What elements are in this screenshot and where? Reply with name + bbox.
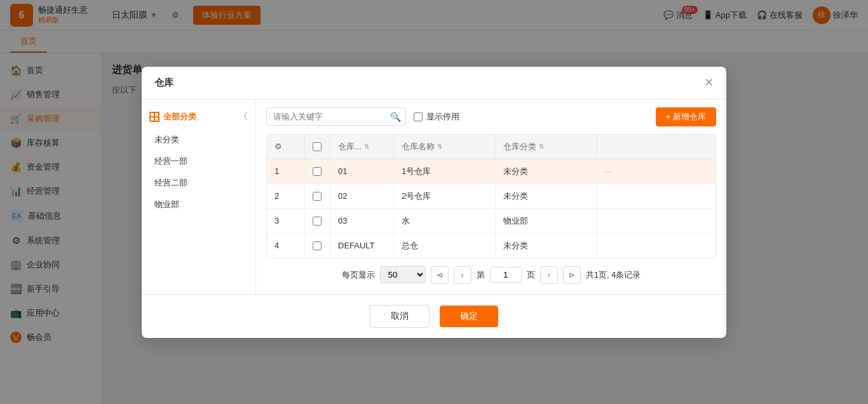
table-row[interactable]: 2 02 2号仓库 未分类	[267, 184, 715, 209]
row4-actions	[597, 234, 715, 258]
row2-actions	[597, 184, 715, 208]
modal-footer: 取消 确定	[142, 294, 726, 338]
next-page-btn[interactable]: ›	[540, 266, 558, 284]
row1-more-icon[interactable]: ···	[605, 166, 612, 176]
row2-category: 未分类	[496, 184, 597, 208]
col-extra	[597, 135, 715, 159]
row3-code: 03	[330, 209, 394, 233]
name-sort-icon[interactable]: ⇅	[437, 143, 442, 150]
row1-actions: ···	[597, 159, 715, 184]
confirm-button[interactable]: 确定	[440, 306, 498, 327]
row1-num: 1	[267, 159, 305, 184]
row1-checkbox	[305, 159, 330, 184]
category-sidebar: 全部分类 《 未分类 经营一部 经营二部 物业部	[142, 100, 256, 294]
code-sort-icon[interactable]: ⇅	[364, 143, 369, 150]
row3-select[interactable]	[313, 217, 322, 226]
row3-num: 3	[267, 209, 305, 233]
warehouse-modal: 仓库 ✕ 全部分类 《 未分类 经营一部 经营二部 物业部	[142, 67, 726, 338]
modal-overlay[interactable]: 仓库 ✕ 全部分类 《 未分类 经营一部 经营二部 物业部	[0, 0, 868, 404]
show-disabled-checkbox[interactable]	[414, 112, 423, 121]
category-item-ops1[interactable]: 经营一部	[142, 151, 255, 172]
all-category-label: 全部分类	[163, 111, 196, 123]
row2-checkbox	[305, 184, 330, 208]
category-col-label: 仓库分类	[503, 141, 536, 152]
search-icon[interactable]: 🔍	[390, 112, 401, 122]
col-checkbox	[305, 135, 330, 159]
add-warehouse-button[interactable]: + 新增仓库	[656, 107, 716, 126]
last-page-btn[interactable]: ⊳	[563, 266, 581, 284]
modal-body: 全部分类 《 未分类 经营一部 经营二部 物业部 🔍	[142, 100, 726, 294]
category-header: 全部分类 《	[142, 107, 255, 129]
row2-name: 2号仓库	[394, 184, 496, 208]
col-category: 仓库分类 ⇅	[496, 135, 597, 159]
table-row[interactable]: 3 03 水 物业部	[267, 209, 715, 234]
show-disabled-text: 显示停用	[426, 111, 459, 123]
modal-title: 仓库	[154, 77, 173, 89]
settings-col-icon: ⚙	[275, 142, 282, 151]
code-col-label: 仓库...	[338, 141, 362, 152]
row4-category: 未分类	[496, 234, 597, 258]
col-name: 仓库名称 ⇅	[394, 135, 496, 159]
row3-category: 物业部	[496, 209, 597, 233]
row1-code: 01	[330, 159, 394, 184]
page-input[interactable]	[490, 267, 522, 283]
first-page-btn[interactable]: ⊲	[431, 266, 449, 284]
all-category-btn[interactable]: 全部分类	[149, 111, 196, 123]
cancel-button[interactable]: 取消	[370, 305, 430, 328]
name-col-label: 仓库名称	[402, 141, 435, 152]
category-item-uncat[interactable]: 未分类	[142, 129, 255, 151]
modal-close-button[interactable]: ✕	[704, 77, 714, 88]
category-sort-icon[interactable]: ⇅	[539, 143, 544, 150]
category-item-ops2[interactable]: 经营二部	[142, 172, 255, 194]
row3-checkbox	[305, 209, 330, 233]
per-page-label: 每页显示	[342, 269, 375, 281]
select-all-checkbox[interactable]	[313, 142, 322, 151]
col-code: 仓库... ⇅	[330, 135, 394, 159]
table-row[interactable]: 4 DEFAULT 总仓 未分类	[267, 234, 715, 258]
modal-header: 仓库 ✕	[142, 67, 726, 100]
total-label: 共1页, 4条记录	[586, 269, 641, 281]
row3-name: 水	[394, 209, 496, 233]
grid-icon	[149, 112, 159, 122]
row4-code: DEFAULT	[330, 234, 394, 258]
pagination-bar: 每页显示 50 20 100 ⊲ ‹ 第 页 › ⊳ 共1页, 4条记录	[266, 259, 716, 286]
modal-right-panel: 🔍 显示停用 + 新增仓库 ⚙	[256, 100, 726, 294]
show-disabled-label[interactable]: 显示停用	[414, 111, 459, 123]
row1-select[interactable]	[313, 167, 322, 176]
col-settings: ⚙	[267, 135, 305, 159]
collapse-icon[interactable]: 《	[239, 111, 248, 123]
row2-num: 2	[267, 184, 305, 208]
row2-code: 02	[330, 184, 394, 208]
row4-name: 总仓	[394, 234, 496, 258]
table-header: ⚙ 仓库... ⇅ 仓库名称 ⇅	[267, 135, 715, 159]
page-suffix: 页	[527, 269, 535, 281]
table-row[interactable]: 1 01 1号仓库 未分类 ···	[267, 159, 715, 184]
category-item-property[interactable]: 物业部	[142, 194, 255, 215]
row1-category: 未分类	[496, 159, 597, 184]
page-label: 第	[477, 269, 485, 281]
per-page-select[interactable]: 50 20 100	[380, 266, 426, 283]
row4-checkbox	[305, 234, 330, 258]
row1-name: 1号仓库	[394, 159, 496, 184]
search-input[interactable]	[266, 107, 406, 126]
search-bar: 🔍 显示停用 + 新增仓库	[266, 107, 716, 126]
search-input-wrap: 🔍	[266, 107, 406, 126]
row4-select[interactable]	[313, 241, 322, 250]
row3-actions	[597, 209, 715, 233]
row2-select[interactable]	[313, 192, 322, 201]
prev-page-btn[interactable]: ‹	[454, 266, 471, 284]
row4-num: 4	[267, 234, 305, 258]
warehouse-table: ⚙ 仓库... ⇅ 仓库名称 ⇅	[266, 134, 716, 259]
